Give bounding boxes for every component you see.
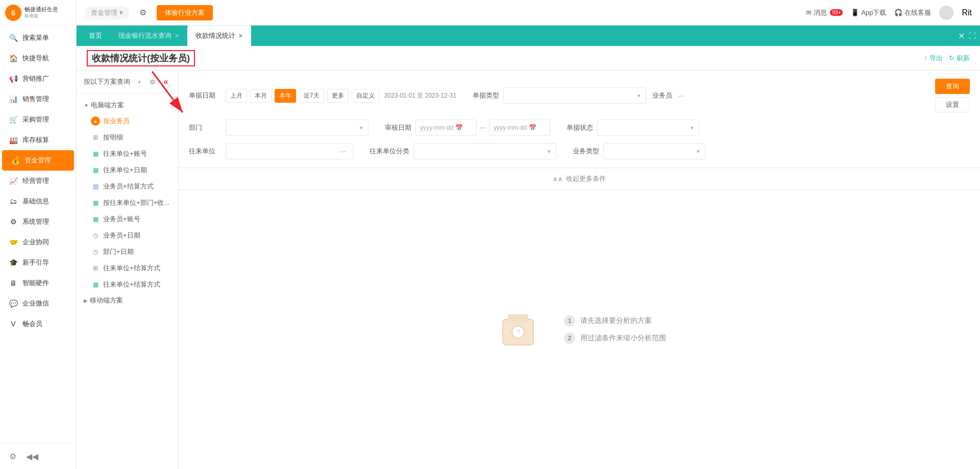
- sidebar-item-label: 企业协同: [22, 238, 49, 247]
- tree-item-counterparty-settlement2[interactable]: ▦ 往来单位+结算方式: [77, 276, 178, 293]
- close-all-tabs-button[interactable]: ✕: [958, 31, 965, 41]
- sidebar-item-operations[interactable]: 📈 经营管理: [0, 171, 76, 191]
- salesperson-field: 业务员 ···: [652, 91, 687, 100]
- chevron-down-icon: ▾: [638, 92, 641, 99]
- user-avatar[interactable]: [939, 6, 953, 20]
- export-button[interactable]: ↑ 导出: [924, 54, 943, 63]
- top-header: 资金管理 ▾ ⚙ 体验行业方案 ✉ 消息 99+ 📱 App下载 🎧 在线客服 …: [77, 0, 980, 26]
- salesperson-more-button[interactable]: ···: [676, 91, 687, 100]
- message-label: 消息: [814, 8, 827, 17]
- step-2-text: 用过滤条件来缩小分析范围: [580, 334, 666, 343]
- collapse-sidebar-btn[interactable]: ◀◀: [24, 449, 40, 464]
- sidebar-item-search[interactable]: 🔍 搜索菜单: [0, 28, 76, 48]
- sidebar-item-label: 库存核算: [22, 135, 49, 145]
- settings-footer-btn[interactable]: ⚙: [5, 449, 20, 464]
- sidebar-item-wechat[interactable]: 💬 企业微信: [0, 293, 76, 314]
- counterparty-select[interactable]: ···: [226, 143, 353, 159]
- tab-collection[interactable]: 收款情况统计 ✕: [187, 26, 251, 46]
- tab-cashflow-close[interactable]: ✕: [175, 33, 179, 39]
- sidebar-item-inventory[interactable]: 🏭 库存核算: [0, 130, 76, 150]
- tab-collection-close[interactable]: ✕: [238, 33, 243, 39]
- filter-panel-title: 按以下方案查询: [84, 77, 130, 86]
- counterparty-more-btn[interactable]: ···: [337, 147, 348, 155]
- search-icon: 🔍: [8, 33, 18, 43]
- tab-home[interactable]: 首页: [81, 26, 110, 46]
- step-1-text: 请先选择要分析的方案: [580, 316, 652, 325]
- sidebar-item-guide[interactable]: 🎓 新手引导: [0, 252, 76, 273]
- online-service-label: 在线客服: [904, 8, 931, 17]
- date-btn-this-month[interactable]: 本月: [250, 89, 272, 103]
- sidebar-item-vip[interactable]: V 畅会员: [0, 314, 76, 334]
- detail-icon: ⊞: [91, 133, 100, 142]
- review-date-end[interactable]: yyyy-mm-dd 📅: [489, 120, 550, 136]
- sidebar-item-hardware[interactable]: 🖥 智能硬件: [0, 273, 76, 293]
- page-title-box: 收款情况统计(按业务员): [87, 50, 195, 66]
- sidebar-item-basic-info[interactable]: 🗂 基础信息: [0, 191, 76, 212]
- doc-type-select[interactable]: ▾: [503, 87, 646, 104]
- business-type-select[interactable]: ▾: [603, 143, 705, 159]
- app-download-button[interactable]: 📱 App下载: [851, 8, 886, 17]
- tree-group-mobile[interactable]: ▶ 移动端方案: [77, 293, 178, 308]
- online-service-button[interactable]: 🎧 在线客服: [894, 8, 931, 17]
- filter-collapse-button[interactable]: «: [161, 77, 171, 87]
- trial-button[interactable]: 体验行业方案: [157, 5, 213, 20]
- sidebar-item-label: 资金管理: [24, 156, 51, 165]
- main-area: 资金管理 ▾ ⚙ 体验行业方案 ✉ 消息 99+ 📱 App下载 🎧 在线客服 …: [77, 0, 980, 469]
- settings-button[interactable]: 设置: [935, 97, 970, 112]
- tree-item-by-detail[interactable]: ⊞ 按明细: [77, 129, 178, 146]
- dept-select[interactable]: ▾: [226, 120, 369, 136]
- tree-item-salesperson-settlement[interactable]: ▨ 业务员+结算方式: [77, 178, 178, 195]
- sidebar-item-label: 采购管理: [22, 115, 49, 124]
- header-gear-button[interactable]: ⚙: [135, 5, 151, 20]
- tree-item-salesperson-date[interactable]: ◷ 业务员+日期: [77, 227, 178, 244]
- calendar-icon: 📅: [455, 124, 463, 131]
- expand-tabs-button[interactable]: ⛶: [969, 32, 976, 40]
- doc-status-select[interactable]: ▾: [597, 120, 699, 136]
- tree-item-label: 业务员+日期: [103, 231, 140, 240]
- message-button[interactable]: ✉ 消息 99+: [806, 8, 843, 17]
- sidebar-item-quicknav[interactable]: 🏠 快捷导航: [0, 48, 76, 68]
- sidebar-item-label: 新手引导: [22, 258, 49, 267]
- sidebar-item-enterprise[interactable]: 🤝 企业协同: [0, 232, 76, 252]
- filter-add-button[interactable]: +: [134, 77, 144, 87]
- query-area: 单据日期 上月 本月 本年 近7天 更多 自定义 2023-01-01 至 20…: [179, 71, 980, 469]
- sidebar-item-marketing[interactable]: 📢 营销推广: [0, 68, 76, 89]
- tree-item-counterparty-settlement1[interactable]: ⊞ 往来单位+结算方式: [77, 260, 178, 276]
- tree-item-dept-date[interactable]: ◷ 部门+日期: [77, 244, 178, 260]
- filter-settings-button[interactable]: ⚙: [148, 77, 158, 87]
- tab-collection-label: 收款情况统计: [195, 31, 235, 40]
- query-button[interactable]: 查询: [935, 79, 970, 94]
- sidebar-item-finance[interactable]: 💰 资金管理: [2, 150, 74, 171]
- sidebar-item-label: 营销推广: [22, 74, 49, 83]
- grid-icon-2: ⊞: [91, 264, 100, 273]
- tree-item-counterparty-account[interactable]: ▦ 往来单位+账号: [77, 146, 178, 162]
- tree-group-pc[interactable]: ▼ 电脑端方案: [77, 98, 178, 113]
- calendar-icon-2: 📅: [529, 124, 536, 131]
- tree-item-counterparty-dept-collect[interactable]: ▦ 按往来单位+部门+收...: [77, 195, 178, 211]
- sidebar-item-purchase[interactable]: 🛒 采购管理: [0, 109, 76, 130]
- refresh-button[interactable]: ↻ 刷新: [949, 54, 970, 63]
- salesperson-icon: ●: [91, 116, 100, 126]
- date-btn-custom[interactable]: 自定义: [352, 89, 379, 103]
- tree-item-salesperson-account[interactable]: ▦ 业务员+账号: [77, 211, 178, 227]
- date-btn-last-month[interactable]: 上月: [226, 89, 247, 103]
- sidebar-item-label: 经营管理: [22, 176, 49, 185]
- counterparty-type-select[interactable]: ▾: [413, 143, 556, 159]
- header-right: ✉ 消息 99+ 📱 App下载 🎧 在线客服 Rit: [806, 6, 972, 20]
- date-btn-this-year[interactable]: 本年: [275, 89, 296, 103]
- tab-cashflow[interactable]: 现金银行流水查询 ✕: [110, 26, 187, 46]
- date-btn-more[interactable]: 更多: [327, 89, 349, 103]
- sidebar-item-sales[interactable]: 📊 销售管理: [0, 89, 76, 109]
- review-date-start[interactable]: yyyy-mm-dd 📅: [415, 120, 477, 136]
- logo-badge: 标准版: [24, 13, 58, 19]
- dept-label: 部门: [189, 123, 219, 132]
- sidebar-footer: ⚙ ◀◀: [0, 443, 76, 469]
- collapse-more-conditions[interactable]: ∧∧ 收起更多条件: [179, 168, 980, 190]
- breadcrumb-text: 资金管理: [91, 8, 117, 17]
- sidebar-item-system[interactable]: ⚙ 系统管理: [0, 212, 76, 232]
- tree-item-counterparty-date[interactable]: ▦ 往来单位+日期: [77, 162, 178, 178]
- tree-item-by-salesperson[interactable]: ● 按业务员: [77, 113, 178, 129]
- date-btn-last-7days[interactable]: 近7天: [299, 89, 324, 103]
- finance-icon: 💰: [10, 155, 20, 166]
- hardware-icon: 🖥: [8, 278, 18, 288]
